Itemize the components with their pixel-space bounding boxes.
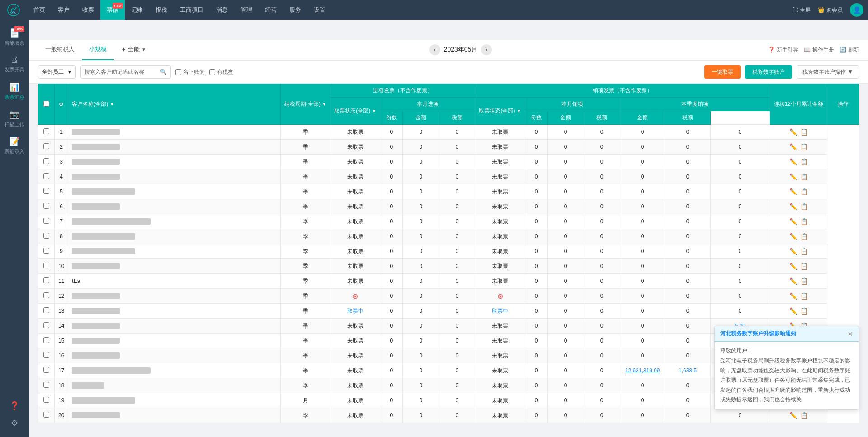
sidebar-item-invoice-entry[interactable]: 📝 票据录入 bbox=[0, 132, 29, 159]
tab-omnipotent[interactable]: ✦ 全能 ▼ bbox=[114, 39, 153, 60]
nav-home[interactable]: 首页 bbox=[27, 0, 52, 20]
td-checkbox[interactable] bbox=[38, 169, 55, 184]
td-out-status[interactable]: 未取票 bbox=[475, 169, 525, 184]
td-checkbox[interactable] bbox=[38, 319, 55, 334]
td-out-status[interactable]: 未取票 bbox=[475, 334, 525, 348]
td-out-status[interactable]: 未取票 bbox=[475, 125, 525, 140]
edit-btn[interactable]: ✏️ bbox=[788, 232, 798, 241]
td-in-status[interactable]: 取票中 bbox=[330, 304, 380, 319]
td-in-status[interactable]: 未取票 bbox=[330, 334, 380, 348]
one-click-btn[interactable]: 一键取票 bbox=[704, 65, 741, 79]
manual-btn[interactable]: 📖 操作手册 bbox=[804, 46, 834, 54]
td-in-status[interactable]: 未取票 bbox=[330, 259, 380, 274]
td-checkbox[interactable] bbox=[38, 348, 55, 363]
nav-customer[interactable]: 客户 bbox=[52, 0, 76, 20]
prev-month-btn[interactable]: ‹ bbox=[429, 44, 440, 55]
select-all-checkbox[interactable] bbox=[43, 101, 49, 107]
td-checkbox[interactable] bbox=[38, 378, 55, 393]
td-checkbox[interactable] bbox=[38, 184, 55, 199]
td-season-amount[interactable]: 12,621,319.99 bbox=[620, 363, 665, 378]
has-taxdisk-checkbox[interactable]: 有税盘 bbox=[209, 68, 233, 76]
nav-messages[interactable]: 消息 bbox=[210, 0, 234, 20]
copy-btn[interactable]: 📋 bbox=[799, 202, 809, 211]
edit-btn[interactable]: ✏️ bbox=[788, 217, 798, 226]
copy-btn[interactable]: 📋 bbox=[799, 306, 809, 315]
td-out-status[interactable]: 取票中 bbox=[475, 304, 525, 319]
td-in-status[interactable]: 未取票 bbox=[330, 214, 380, 229]
td-in-status[interactable]: 未取票 bbox=[330, 348, 380, 363]
nav-invoice[interactable]: 票据 new bbox=[100, 0, 125, 20]
td-out-status[interactable]: 未取票 bbox=[475, 259, 525, 274]
edit-btn[interactable]: ✏️ bbox=[788, 202, 798, 211]
td-checkbox[interactable] bbox=[38, 140, 55, 155]
td-checkbox[interactable] bbox=[38, 244, 55, 259]
td-checkbox[interactable] bbox=[38, 289, 55, 304]
td-out-status[interactable]: 未取票 bbox=[475, 319, 525, 334]
search-input[interactable] bbox=[85, 69, 160, 75]
copy-btn[interactable]: 📋 bbox=[799, 232, 809, 241]
copy-btn[interactable]: 📋 bbox=[799, 217, 809, 226]
nav-tax[interactable]: 报税 bbox=[149, 0, 174, 20]
edit-btn[interactable]: ✏️ bbox=[788, 157, 798, 166]
td-checkbox[interactable] bbox=[38, 304, 55, 319]
td-out-status[interactable]: 未取票 bbox=[475, 348, 525, 363]
nav-services[interactable]: 服务 bbox=[283, 0, 307, 20]
edit-btn[interactable]: ✏️ bbox=[788, 306, 798, 315]
td-checkbox[interactable] bbox=[38, 393, 55, 408]
td-out-status[interactable]: 未取票 bbox=[475, 229, 525, 244]
help-icon[interactable]: ❓ bbox=[9, 401, 19, 411]
nav-settings[interactable]: 设置 bbox=[307, 0, 332, 20]
settings-icon[interactable]: ⚙ bbox=[11, 418, 18, 428]
sidebar-item-invoice-summary[interactable]: 📊 票票汇总 bbox=[0, 78, 29, 105]
td-checkbox[interactable] bbox=[38, 334, 55, 348]
td-in-status[interactable]: 未取票 bbox=[330, 229, 380, 244]
td-out-status[interactable]: 未取票 bbox=[475, 199, 525, 214]
td-in-status[interactable]: ⊗ bbox=[330, 289, 380, 304]
td-out-status[interactable]: ⊗ bbox=[475, 289, 525, 304]
td-out-status[interactable]: 未取票 bbox=[475, 363, 525, 378]
sidebar-item-invoice-issue[interactable]: 🖨 发票开具 bbox=[0, 51, 29, 78]
tab-small-scale[interactable]: 小规模 bbox=[82, 39, 114, 60]
td-in-status[interactable]: 未取票 bbox=[330, 125, 380, 140]
name-accounts-checkbox[interactable]: 名下账套 bbox=[175, 68, 205, 76]
edit-btn[interactable]: ✏️ bbox=[788, 277, 798, 286]
copy-btn[interactable]: 📋 bbox=[799, 411, 809, 420]
td-checkbox[interactable] bbox=[38, 229, 55, 244]
employee-filter[interactable]: 全部员工 ▼ bbox=[38, 65, 76, 79]
nav-operations[interactable]: 经营 bbox=[259, 0, 283, 20]
copy-btn[interactable]: 📋 bbox=[799, 291, 809, 301]
nav-receive[interactable]: 收票 bbox=[76, 0, 100, 20]
sidebar-item-smart-fetch[interactable]: 📄 智能取票 new bbox=[0, 23, 29, 51]
refresh-btn[interactable]: 🔄 刷新 bbox=[840, 46, 859, 54]
td-out-status[interactable]: 未取票 bbox=[475, 214, 525, 229]
edit-btn[interactable]: ✏️ bbox=[788, 291, 798, 301]
td-out-status[interactable]: 未取票 bbox=[475, 184, 525, 199]
td-out-status[interactable]: 未取票 bbox=[475, 274, 525, 289]
copy-btn[interactable]: 📋 bbox=[799, 247, 809, 256]
td-in-status[interactable]: 未取票 bbox=[330, 199, 380, 214]
td-checkbox[interactable] bbox=[38, 363, 55, 378]
notification-close-btn[interactable]: ✕ bbox=[848, 330, 853, 338]
td-in-status[interactable]: 未取票 bbox=[330, 169, 380, 184]
edit-btn[interactable]: ✏️ bbox=[788, 247, 798, 256]
sidebar-item-scan-upload[interactable]: 📷 扫描上传 bbox=[0, 105, 29, 132]
copy-btn[interactable]: 📋 bbox=[799, 277, 809, 286]
td-out-status[interactable]: 未取票 bbox=[475, 408, 525, 423]
copy-btn[interactable]: 📋 bbox=[799, 262, 809, 271]
td-in-status[interactable]: 未取票 bbox=[330, 319, 380, 334]
edit-btn[interactable]: ✏️ bbox=[788, 411, 798, 420]
td-checkbox[interactable] bbox=[38, 408, 55, 423]
td-checkbox[interactable] bbox=[38, 259, 55, 274]
member-btn[interactable]: 👑 购会员 bbox=[818, 6, 843, 14]
copy-btn[interactable]: 📋 bbox=[799, 187, 809, 196]
td-checkbox[interactable] bbox=[38, 199, 55, 214]
nav-business[interactable]: 工商项目 bbox=[174, 0, 210, 20]
td-checkbox[interactable] bbox=[38, 214, 55, 229]
td-in-status[interactable]: 未取票 bbox=[330, 378, 380, 393]
copy-btn[interactable]: 📋 bbox=[799, 172, 809, 181]
td-out-status[interactable]: 未取票 bbox=[475, 244, 525, 259]
nav-manage[interactable]: 管理 bbox=[234, 0, 259, 20]
user-avatar[interactable]: 👤 bbox=[850, 3, 863, 17]
edit-btn[interactable]: ✏️ bbox=[788, 127, 798, 136]
edit-btn[interactable]: ✏️ bbox=[788, 262, 798, 271]
